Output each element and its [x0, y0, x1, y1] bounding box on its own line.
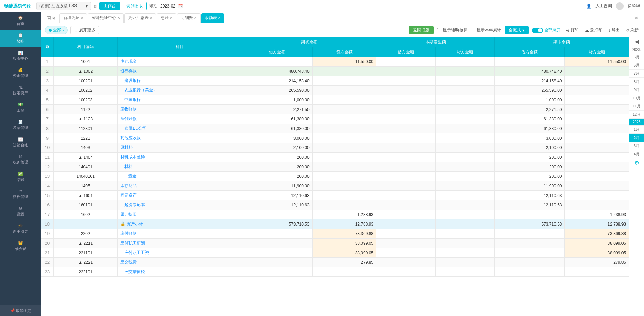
- subject-name[interactable]: 材料: [118, 162, 242, 172]
- subject-name[interactable]: 嘉属EU公司: [118, 124, 242, 133]
- right-panel-year-2023a[interactable]: 2023.: [629, 46, 644, 53]
- tab-voucher-summary[interactable]: 凭证汇总表 ✕: [124, 13, 156, 23]
- subject-name[interactable]: 其他应收款: [118, 133, 242, 143]
- tab-smart-voucher[interactable]: 智能凭证中心 ✕: [88, 13, 124, 23]
- company-selector[interactable]: (勿删) 江西股垒-LSS ▾: [36, 2, 91, 10]
- right-panel-may[interactable]: 5月: [629, 53, 644, 61]
- assist-calc-check[interactable]: [437, 28, 441, 32]
- switch-old-button[interactable]: 切到旧版: [123, 2, 147, 10]
- calendar-icon[interactable]: 📅: [178, 4, 183, 9]
- subject-name[interactable]: 银行存款: [118, 67, 242, 76]
- tab-close-all[interactable]: ✕: [632, 15, 641, 21]
- return-old-button[interactable]: 返回旧版: [409, 26, 434, 34]
- sidebar-item-sales[interactable]: 📈 进销台账: [0, 134, 41, 151]
- show-assist-calc-checkbox[interactable]: 显示辅助核算: [437, 27, 467, 33]
- tab-ledger-close[interactable]: ✕: [170, 16, 173, 20]
- sidebar-item-settings[interactable]: ⚙ 设置: [0, 203, 41, 220]
- tab-new-voucher[interactable]: 新增凭证 ✕: [59, 13, 87, 23]
- right-panel-year-2023b[interactable]: 2023: [629, 119, 644, 126]
- tab-balance[interactable]: 余额表 ✕: [201, 13, 224, 23]
- tab-detail-ledger-close[interactable]: ✕: [194, 16, 197, 20]
- begin-debit: [242, 267, 312, 277]
- right-panel-mar[interactable]: 3月: [629, 142, 644, 150]
- subject-name[interactable]: 应付职工薪酬: [118, 239, 242, 248]
- sidebar-item-ledger[interactable]: 📋 总账: [0, 30, 41, 47]
- sidebar-item-invoice[interactable]: 🧾 发票管理: [0, 116, 41, 134]
- user-avatar: [616, 2, 624, 10]
- copy-icon[interactable]: ⧉: [94, 4, 97, 9]
- print-button[interactable]: 🖨 打印: [564, 27, 580, 34]
- subject-name[interactable]: 固定资产: [118, 191, 242, 200]
- settings-gear-icon[interactable]: ⚙: [45, 45, 49, 49]
- unpin-button[interactable]: 📌 取消固定: [0, 305, 41, 316]
- right-panel-jun[interactable]: 6月: [629, 61, 644, 70]
- right-panel-expand-btn[interactable]: ◀: [629, 37, 644, 46]
- show-year-accum-checkbox[interactable]: 显示本年累计: [471, 27, 501, 33]
- expand-more-button[interactable]: ⌄ 展开更多: [70, 26, 99, 34]
- sidebar-item-member[interactable]: 👑 畅会员: [0, 238, 41, 255]
- tab-voucher-summary-close[interactable]: ✕: [150, 16, 152, 20]
- subject-name[interactable]: 建设银行: [118, 76, 242, 86]
- refresh-icon: ↻: [626, 28, 629, 33]
- end-credit: 38,099.05: [565, 248, 629, 258]
- current-debit: [376, 229, 436, 239]
- toolbar: 全部 › ⌄ 展开更多 返回旧版 显示辅助核算 显示本年累计 全账式: [41, 24, 644, 37]
- subject-name[interactable]: 应交增值税: [118, 267, 242, 277]
- sidebar-item-archive[interactable]: 🗂 归档管理: [0, 186, 41, 203]
- format-button[interactable]: 全账式 ▾: [505, 26, 529, 34]
- subject-name[interactable]: 应付账款: [118, 229, 242, 239]
- subject-name[interactable]: 库存现金: [118, 57, 242, 67]
- right-panel-apr[interactable]: 4月: [629, 150, 644, 158]
- right-panel-feb[interactable]: 2月: [629, 134, 644, 142]
- subject-name[interactable]: 应交税费: [118, 258, 242, 267]
- sidebar-item-reports[interactable]: 📊 报表中心: [0, 47, 41, 64]
- subject-name[interactable]: 材料成本差异: [118, 153, 242, 162]
- subject-name[interactable]: 原材料: [118, 143, 242, 153]
- workbench-button[interactable]: 工作台: [99, 2, 120, 10]
- expand-all-toggle[interactable]: 全部展开: [532, 27, 561, 33]
- right-panel-aug[interactable]: 8月: [629, 78, 644, 86]
- tab-new-voucher-close[interactable]: ✕: [81, 16, 83, 20]
- refresh-button[interactable]: ↻ 刷新: [625, 27, 640, 34]
- sidebar-item-label-reports: 报表中心: [13, 56, 28, 61]
- subject-name: 🔒资产小计: [118, 219, 242, 229]
- subject-name[interactable]: 起提票记本: [118, 200, 242, 210]
- sidebar-item-payroll[interactable]: 💵 工资: [0, 99, 41, 116]
- year-accum-check[interactable]: [471, 28, 475, 32]
- subject-name[interactable]: 应付职工工资: [118, 248, 242, 258]
- tab-ledger[interactable]: 总账 ✕: [157, 13, 176, 23]
- sidebar-item-guide[interactable]: 🎓 新手引导: [0, 220, 41, 238]
- sales-icon: 📈: [18, 137, 23, 142]
- right-panel-settings-dot[interactable]: ⚙: [629, 158, 644, 168]
- subject-name[interactable]: 农业银行（美金）: [118, 86, 242, 95]
- end-credit-header: 贷方金额: [565, 47, 629, 57]
- tab-detail-ledger[interactable]: 明细账 ✕: [177, 13, 201, 23]
- right-panel-jan[interactable]: 1月: [629, 126, 644, 134]
- sidebar-item-tax[interactable]: 🏛 税务管理: [0, 151, 41, 168]
- right-panel-jul[interactable]: 7月: [629, 70, 644, 78]
- right-panel-sep[interactable]: 9月: [629, 86, 644, 94]
- sidebar-item-close-accounts[interactable]: ✅ 结账: [0, 168, 41, 186]
- sidebar-item-funds[interactable]: 💰 资金管理: [0, 64, 41, 82]
- subject-name[interactable]: 应收账款: [118, 105, 242, 114]
- right-panel-nov[interactable]: 11月: [629, 102, 644, 111]
- consult-label[interactable]: 人工咨询: [595, 3, 612, 9]
- export-button[interactable]: ↓ 导出: [607, 27, 621, 34]
- subject-name[interactable]: 库存商品: [118, 181, 242, 191]
- tab-home[interactable]: 首页: [44, 13, 59, 23]
- sidebar-item-home[interactable]: 🏠 首页: [0, 12, 41, 30]
- tab-balance-close[interactable]: ✕: [218, 16, 221, 20]
- right-panel-dec[interactable]: 12月: [629, 111, 644, 119]
- right-panel-oct[interactable]: 10月: [629, 94, 644, 102]
- table-row: 171602累计折旧1,238.931,238.93: [41, 210, 629, 219]
- subject-name[interactable]: 壹蛋: [118, 172, 242, 181]
- sidebar-item-assets[interactable]: 🏗 固定资产: [0, 82, 41, 99]
- subject-name[interactable]: 累计折旧: [118, 210, 242, 219]
- settings-col-header[interactable]: ⚙: [41, 37, 54, 57]
- cloud-print-button[interactable]: ☁ 云打印: [584, 27, 604, 34]
- subject-name[interactable]: 中国银行: [118, 95, 242, 105]
- tab-smart-voucher-close[interactable]: ✕: [117, 16, 120, 20]
- subject-name[interactable]: 预付账款: [118, 114, 242, 124]
- all-selector[interactable]: 全部 ›: [45, 26, 68, 34]
- top-bar: 畅捷通易代账 (勿删) 江西股垒-LSS ▾ ⧉ 工作台 切到旧版 账期 202…: [0, 0, 644, 12]
